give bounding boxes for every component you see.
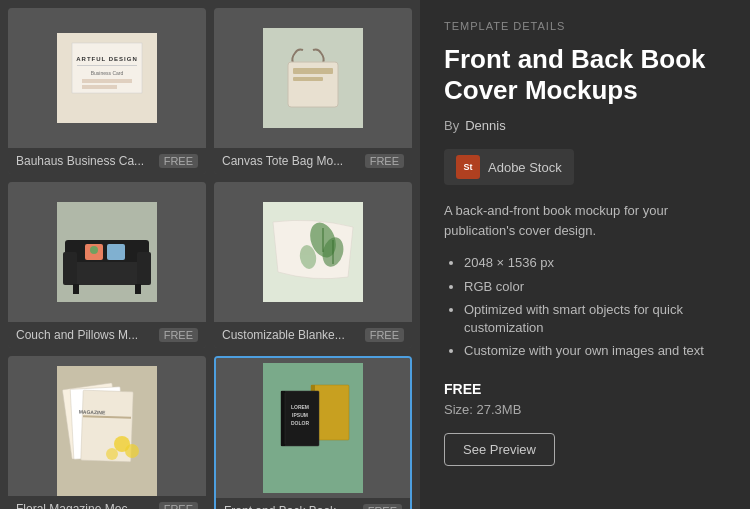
template-card-magazine[interactable]: MAGAZINE Floral Magazine Moc... FREE bbox=[8, 356, 206, 509]
svg-rect-15 bbox=[137, 252, 151, 285]
card-footer-magazine: Floral Magazine Moc... FREE bbox=[8, 496, 206, 509]
author-row: By Dennis bbox=[444, 118, 726, 133]
card-footer-couch: Couch and Pillows M... FREE bbox=[8, 322, 206, 348]
features-list: 2048 × 1536 px RGB color Optimized with … bbox=[444, 254, 726, 360]
svg-text:DOLOR: DOLOR bbox=[291, 420, 309, 426]
svg-rect-39 bbox=[281, 391, 319, 446]
svg-point-34 bbox=[125, 444, 139, 458]
svg-text:Business Card: Business Card bbox=[91, 70, 124, 76]
svg-rect-16 bbox=[73, 284, 79, 294]
card-badge-bauhaus: FREE bbox=[159, 154, 198, 168]
template-card-tote[interactable]: Canvas Tote Bag Mo... FREE bbox=[214, 8, 412, 174]
see-preview-button[interactable]: See Preview bbox=[444, 433, 555, 466]
template-thumbnail-couch bbox=[8, 182, 206, 322]
svg-text:ARTFUL DESIGN: ARTFUL DESIGN bbox=[76, 56, 138, 62]
svg-rect-10 bbox=[293, 77, 323, 81]
svg-text:MAGAZINE: MAGAZINE bbox=[79, 409, 107, 416]
card-name-blanket: Customizable Blanke... bbox=[222, 328, 345, 342]
svg-rect-9 bbox=[293, 68, 333, 74]
section-label: TEMPLATE DETAILS bbox=[444, 20, 726, 32]
svg-rect-6 bbox=[82, 85, 117, 89]
card-badge-couch: FREE bbox=[159, 328, 198, 342]
template-description: A back-and-front book mockup for your pu… bbox=[444, 201, 726, 240]
svg-rect-3 bbox=[77, 65, 137, 66]
template-card-couch[interactable]: Couch and Pillows M... FREE bbox=[8, 182, 206, 348]
svg-rect-19 bbox=[107, 244, 125, 260]
card-badge-blanket: FREE bbox=[365, 328, 404, 342]
card-badge-magazine: FREE bbox=[159, 502, 198, 509]
card-badge-tote: FREE bbox=[365, 154, 404, 168]
template-thumbnail-tote bbox=[214, 8, 412, 148]
price-label: FREE bbox=[444, 381, 481, 397]
card-badge-bookcover: FREE bbox=[363, 504, 402, 509]
adobe-stock-icon: St bbox=[456, 155, 480, 179]
template-card-blanket[interactable]: Customizable Blanke... FREE bbox=[214, 182, 412, 348]
template-thumbnail-bookcover: LOREM IPSUM DOLOR bbox=[216, 358, 410, 498]
feature-1: 2048 × 1536 px bbox=[464, 254, 726, 272]
card-footer-bauhaus: Bauhaus Business Ca... FREE bbox=[8, 148, 206, 174]
stock-badge: St Adobe Stock bbox=[444, 149, 574, 185]
card-name-bookcover: Front and Back Book... bbox=[224, 504, 346, 509]
svg-rect-14 bbox=[63, 252, 77, 285]
template-card-bookcover[interactable]: LOREM IPSUM DOLOR Front and Back Book...… bbox=[214, 356, 412, 509]
svg-text:IPSUM: IPSUM bbox=[292, 412, 308, 418]
template-title: Front and Back Book Cover Mockups bbox=[444, 44, 726, 106]
svg-rect-40 bbox=[281, 391, 285, 446]
svg-point-35 bbox=[106, 448, 118, 460]
card-name-tote: Canvas Tote Bag Mo... bbox=[222, 154, 343, 168]
feature-4: Customize with your own images and text bbox=[464, 342, 726, 360]
card-footer-tote: Canvas Tote Bag Mo... FREE bbox=[214, 148, 412, 174]
card-name-bauhaus: Bauhaus Business Ca... bbox=[16, 154, 144, 168]
feature-2: RGB color bbox=[464, 278, 726, 296]
author-name: Dennis bbox=[465, 118, 505, 133]
template-details-panel: TEMPLATE DETAILS Front and Back Book Cov… bbox=[420, 0, 750, 509]
feature-3: Optimized with smart objects for quick c… bbox=[464, 301, 726, 337]
svg-rect-5 bbox=[82, 79, 132, 83]
stock-name: Adobe Stock bbox=[488, 160, 562, 175]
price-row: FREE bbox=[444, 380, 726, 398]
template-thumbnail-magazine: MAGAZINE bbox=[8, 356, 206, 496]
card-name-magazine: Floral Magazine Moc... bbox=[16, 502, 137, 509]
size-label: Size: 27.3MB bbox=[444, 402, 726, 417]
template-grid: ARTFUL DESIGN Business Card Bauhaus Busi… bbox=[8, 8, 412, 509]
template-thumbnail-blanket bbox=[214, 182, 412, 322]
svg-rect-17 bbox=[135, 284, 141, 294]
template-thumbnail-bauhaus: ARTFUL DESIGN Business Card bbox=[8, 8, 206, 148]
template-grid-panel[interactable]: ARTFUL DESIGN Business Card Bauhaus Busi… bbox=[0, 0, 420, 509]
card-name-couch: Couch and Pillows M... bbox=[16, 328, 138, 342]
svg-point-20 bbox=[90, 246, 98, 254]
svg-text:LOREM: LOREM bbox=[291, 404, 309, 410]
card-footer-blanket: Customizable Blanke... FREE bbox=[214, 322, 412, 348]
author-prefix: By bbox=[444, 118, 459, 133]
template-card-bauhaus[interactable]: ARTFUL DESIGN Business Card Bauhaus Busi… bbox=[8, 8, 206, 174]
card-footer-bookcover: Front and Back Book... FREE bbox=[216, 498, 410, 509]
